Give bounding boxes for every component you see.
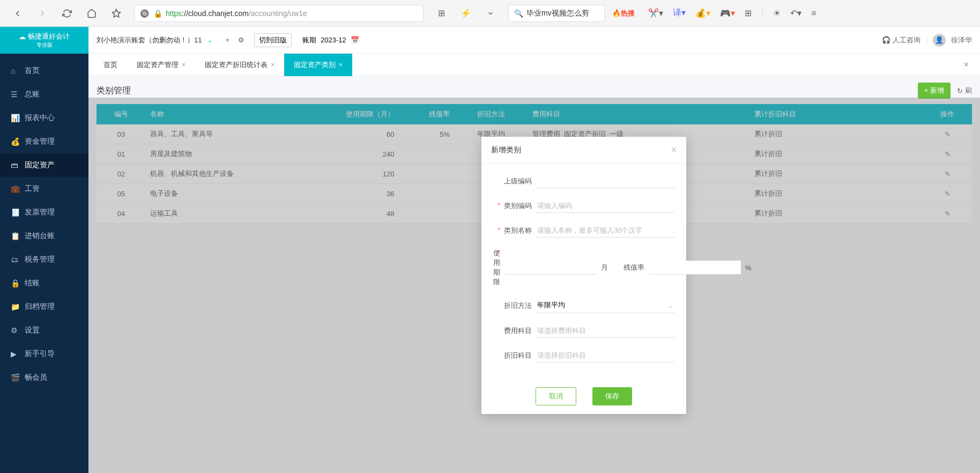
sidebar-item-label: 总账 [25, 90, 40, 99]
cancel-button[interactable]: 取消 [536, 387, 576, 405]
chevron-down-icon: ⌄ [667, 301, 673, 309]
sidebar-item-label: 结账 [25, 278, 40, 288]
sidebar-item-12[interactable]: ▶新手引导 [0, 342, 88, 366]
save-button[interactable]: 保存 [592, 387, 632, 405]
method-select[interactable]: 年限平均 ⌄ [536, 298, 674, 313]
cloud-icon: ☁ [19, 33, 26, 41]
shield-icon: 🔘 [140, 9, 149, 18]
sidebar-item-13[interactable]: 🎬畅会员 [0, 366, 88, 389]
sidebar-item-label: 归档管理 [25, 302, 55, 312]
lock-icon: 🔒 [153, 9, 162, 18]
sidebar-item-label: 发票管理 [25, 208, 55, 217]
undo-icon[interactable]: ↶▾ [790, 8, 801, 18]
forward-button[interactable] [34, 5, 50, 21]
label-method: 折旧方法 [493, 301, 536, 311]
plus-icon[interactable]: + [225, 36, 229, 44]
close-all-tabs[interactable]: ✕ [958, 61, 975, 69]
parent-code-input[interactable] [536, 174, 674, 188]
menu-icon: 🔒 [11, 279, 19, 287]
menu-icon: ▶ [11, 350, 19, 358]
label-depr: 折旧科目 [493, 351, 536, 360]
grid-icon[interactable]: ⊞ [745, 8, 752, 18]
label-parent: 上级编码 [493, 176, 536, 186]
reload-button[interactable] [59, 5, 75, 21]
sidebar-item-label: 畅会员 [25, 373, 47, 382]
old-version-button[interactable]: 切到旧版 [254, 33, 292, 47]
close-icon[interactable]: × [339, 61, 343, 69]
tabbar: 首页固定资产管理×固定资产折旧统计表×固定资产类别×✕ [88, 54, 980, 76]
category-code-input[interactable] [536, 199, 674, 213]
url-protocol: https [166, 9, 182, 18]
sidebar-item-11[interactable]: ⚙设置 [0, 319, 88, 342]
tab-3[interactable]: 固定资产类别× [284, 54, 352, 76]
menu-icon: ⌂ [11, 66, 19, 75]
headset-icon[interactable]: 🎧 人工咨询 [882, 35, 920, 45]
close-icon[interactable]: × [271, 61, 274, 69]
sidebar-item-label: 资金管理 [25, 137, 55, 146]
coin-icon[interactable]: 💰▾ [695, 8, 710, 18]
account-selector[interactable]: 刘小艳演示账套（勿删勿动！）11 ⌄ [96, 35, 213, 45]
sidebar-item-2[interactable]: 📊报表中心 [0, 106, 88, 130]
qr-icon[interactable]: ⊞ [433, 5, 449, 21]
scissors-icon[interactable]: ✂️▾ [648, 8, 663, 18]
sun-icon[interactable]: ☀ [773, 8, 781, 18]
tab-2[interactable]: 固定资产折旧统计表× [195, 54, 284, 76]
sidebar-item-8[interactable]: 🗂税务管理 [0, 248, 88, 271]
sidebar-item-label: 进销台账 [25, 231, 55, 241]
menu-icon: ⚙ [11, 326, 19, 335]
browser-search-input[interactable]: 🔍 毕业mv视频怎么剪 [508, 5, 605, 22]
sidebar-item-1[interactable]: ☰总账 [0, 83, 88, 106]
logo: ☁畅捷通好会计 专业版 [0, 27, 88, 54]
tab-0[interactable]: 首页 [94, 54, 127, 76]
expense-select[interactable] [536, 324, 674, 338]
menu-icon[interactable]: ≡ [811, 9, 816, 18]
label-expense: 费用科目 [493, 326, 536, 336]
translate-icon[interactable]: 译▾ [673, 8, 686, 19]
sidebar-item-5[interactable]: 💼工资 [0, 177, 88, 201]
sidebar: ☁畅捷通好会计 专业版 ⌂首页☰总账📊报表中心💰资金管理🗃固定资产💼工资🧾发票管… [0, 27, 88, 473]
browser-toolbar: 🔘 🔒 https ://cloud.chanjet.com /accounti… [0, 0, 980, 27]
favorite-button[interactable] [108, 5, 124, 21]
sidebar-item-label: 新手引导 [25, 349, 55, 359]
game-icon[interactable]: 🎮▾ [720, 8, 735, 18]
sidebar-item-7[interactable]: 📋进销台账 [0, 224, 88, 248]
back-button[interactable] [10, 5, 26, 21]
chevron-down-icon[interactable] [482, 5, 499, 21]
period-selector[interactable]: 账期 2023-12 📅 [302, 35, 359, 45]
close-icon[interactable]: × [182, 61, 185, 69]
bolt-icon[interactable]: ⚡ [458, 5, 474, 21]
add-category-modal: 新增类别 × 上级编码 类别编码 类别名称 使用期限 [481, 137, 686, 414]
sidebar-item-4[interactable]: 🗃固定资产 [0, 153, 88, 177]
category-name-input[interactable] [536, 224, 674, 238]
menu-icon: 🧾 [11, 208, 19, 217]
url-host: ://cloud.chanjet.com [182, 9, 249, 18]
sidebar-item-label: 设置 [25, 326, 40, 335]
depr-select[interactable] [536, 349, 674, 363]
menu-icon: 💰 [11, 137, 19, 146]
menu-icon: 🗃 [11, 161, 19, 169]
sidebar-item-6[interactable]: 🧾发票管理 [0, 201, 88, 224]
topbar: 刘小艳演示账套（勿删勿动！）11 ⌄ + ⚙ 切到旧版 账期 2023-12 📅… [88, 27, 980, 54]
sidebar-item-0[interactable]: ⌂首页 [0, 59, 88, 83]
add-button[interactable]: + 新增 [918, 83, 951, 99]
salvage-input[interactable] [649, 261, 741, 275]
modal-title: 新增类别 [491, 145, 521, 155]
sidebar-item-10[interactable]: 📁归档管理 [0, 295, 88, 319]
avatar[interactable]: 👤 [933, 34, 946, 47]
tab-1[interactable]: 固定资产管理× [127, 54, 195, 76]
sidebar-item-3[interactable]: 💰资金管理 [0, 130, 88, 153]
refresh-button[interactable]: ↻ 刷 [957, 86, 972, 95]
gear-icon[interactable]: ⚙ [238, 36, 244, 44]
menu-icon: 📋 [11, 232, 19, 240]
home-button[interactable] [84, 5, 100, 21]
browser-right-tools: ✂️▾ 译▾ 💰▾ 🎮▾ ⊞ | ☀ ↶▾ ≡ [648, 8, 816, 19]
sidebar-item-label: 工资 [25, 184, 40, 194]
close-icon[interactable]: × [671, 144, 677, 156]
sidebar-item-label: 报表中心 [25, 113, 55, 123]
sidebar-item-9[interactable]: 🔒结账 [0, 271, 88, 295]
life-input[interactable] [504, 261, 597, 275]
label-code: 类别编码 [493, 201, 536, 211]
address-bar[interactable]: 🔘 🔒 https ://cloud.chanjet.com /accounti… [134, 5, 424, 22]
hot-search-badge[interactable]: 🔥热搜 [612, 9, 635, 18]
url-path: /accounting/uw1e [249, 9, 307, 18]
